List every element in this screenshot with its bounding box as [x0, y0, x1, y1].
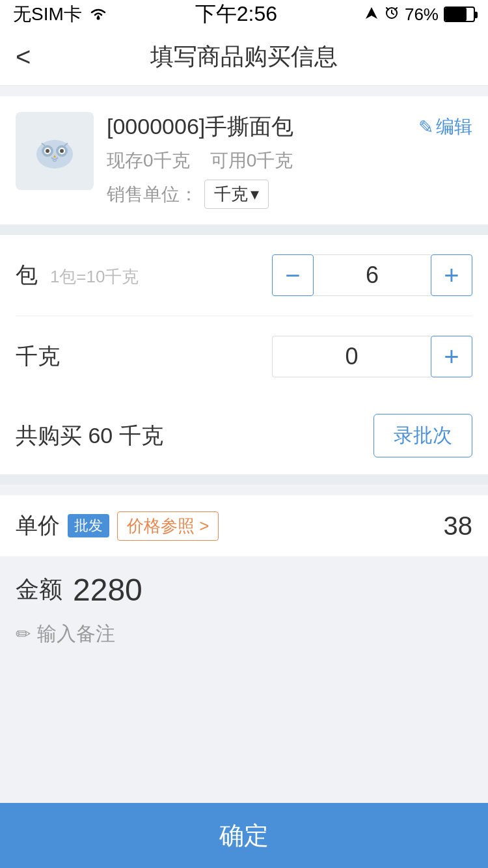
status-time: 下午2:56 — [195, 0, 277, 29]
remark-row[interactable]: ✏ 输入备注 — [16, 621, 472, 647]
bao-decrement-button[interactable]: − — [272, 254, 314, 296]
amount-value: 2280 — [73, 572, 142, 608]
product-card: [0000006]手撕面包 现存0千克 可用0千克 销售单位： 千克 ▾ ✎ 编… — [0, 96, 488, 224]
bao-label-group: 包 1包=10千克 — [16, 260, 139, 290]
bao-quantity-input[interactable] — [314, 254, 431, 296]
amount-section: 金额 2280 ✏ 输入备注 — [0, 556, 488, 663]
product-edit-area: ✎ 编辑 — [418, 112, 472, 139]
status-right: 76% — [364, 5, 475, 25]
battery-percent: 76% — [405, 5, 439, 25]
back-button[interactable]: < — [16, 42, 31, 72]
location-icon — [364, 5, 379, 25]
wifi-icon — [88, 4, 108, 25]
product-stock: 现存0千克 可用0千克 — [107, 148, 405, 173]
kg-quantity-input[interactable] — [272, 336, 431, 377]
price-tag-pifa: 批发 — [68, 514, 109, 537]
edit-icon: ✎ — [418, 116, 433, 138]
bao-hint: 1包=10千克 — [50, 267, 139, 286]
product-name: [0000006]手撕面包 — [107, 112, 405, 142]
summary-section: 共购买 60 千克 录批次 — [0, 397, 488, 474]
bao-label: 包 — [16, 262, 38, 287]
price-reference-button[interactable]: 价格参照 > — [117, 511, 219, 541]
price-row: 单价 批发 价格参照 > 38 — [16, 511, 472, 541]
amount-row: 金额 2280 — [16, 572, 472, 608]
kg-label: 千克 — [16, 344, 60, 368]
section-divider-2 — [0, 474, 488, 485]
kg-controls: + — [272, 336, 472, 377]
kg-increment-button[interactable]: + — [431, 336, 472, 377]
battery-icon — [444, 7, 475, 22]
bao-controls: − + — [272, 254, 472, 296]
confirm-button[interactable]: 确定 — [0, 803, 488, 868]
bottom-area: 确定 — [0, 803, 488, 868]
price-label: 单价 — [16, 511, 60, 541]
bao-increment-button[interactable]: + — [431, 254, 472, 296]
summary-text: 共购买 60 千克 — [16, 421, 163, 451]
price-value: 38 — [444, 511, 473, 541]
price-label-group: 单价 批发 价格参照 > — [16, 511, 219, 541]
alarm-icon — [384, 5, 400, 25]
status-left: 无SIM卡 — [13, 2, 108, 27]
price-section: 单价 批发 价格参照 > 38 — [0, 495, 488, 556]
kg-input-row: 千克 + — [16, 316, 472, 397]
status-bar: 无SIM卡 下午2:56 — [0, 0, 488, 29]
section-divider-1 — [0, 224, 488, 235]
nav-bar: < 填写商品购买信息 — [0, 29, 488, 86]
pencil-icon: ✏ — [16, 623, 31, 645]
svg-point-7 — [46, 149, 49, 153]
kg-label-group: 千克 — [16, 342, 60, 372]
remark-text: 输入备注 — [37, 621, 115, 647]
product-info: [0000006]手撕面包 现存0千克 可用0千克 销售单位： 千克 ▾ — [107, 112, 405, 209]
svg-point-8 — [60, 149, 64, 153]
chevron-down-icon: ▾ — [251, 184, 259, 204]
svg-point-0 — [96, 17, 100, 20]
unit-select[interactable]: 千克 ▾ — [204, 180, 269, 209]
product-thumbnail — [16, 112, 94, 190]
product-unit: 销售单位： 千克 ▾ — [107, 180, 405, 209]
bao-input-row: 包 1包=10千克 − + — [16, 235, 472, 316]
input-section: 包 1包=10千克 − + 千克 + — [0, 235, 488, 397]
amount-label: 金额 — [16, 574, 62, 606]
record-batch-button[interactable]: 录批次 — [373, 414, 472, 457]
edit-button[interactable]: ✎ 编辑 — [418, 115, 472, 139]
page-title: 填写商品购买信息 — [150, 41, 338, 73]
carrier-text: 无SIM卡 — [13, 2, 82, 27]
